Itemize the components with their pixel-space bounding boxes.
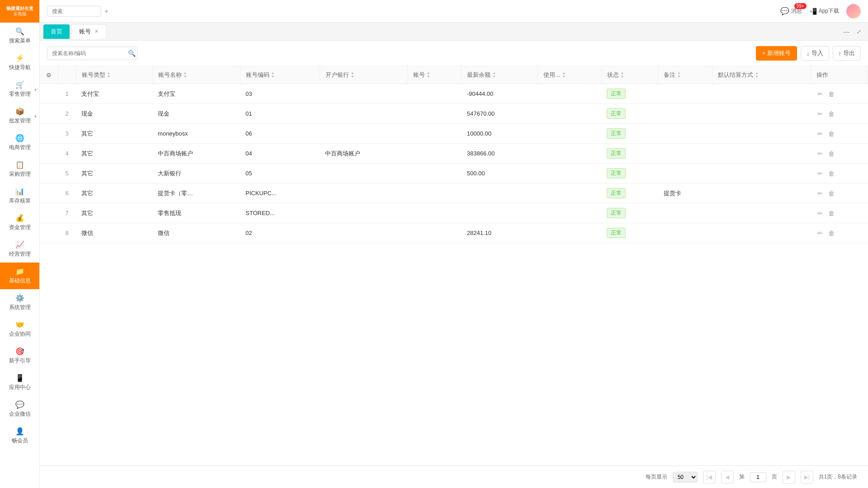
table-settings-column[interactable]: ⚙	[40, 66, 58, 84]
row-name-cell: 零售抵现	[152, 203, 240, 223]
page-number-input[interactable]	[750, 472, 766, 482]
message-button[interactable]: 💬 消息 99+	[780, 7, 802, 15]
table-settlement-column[interactable]: 默认结算方式 ▲▼	[712, 66, 811, 84]
edit-button[interactable]: ✏	[816, 149, 824, 158]
purchase-icon: 📋	[15, 160, 24, 169]
row-account-cell	[407, 144, 462, 164]
sidebar-item-agreement[interactable]: 🤝 企业协同	[0, 316, 39, 343]
export-button[interactable]: ↑ 导出	[833, 46, 861, 61]
row-balance-cell: 383866.00	[462, 144, 538, 164]
row-type-cell: 其它	[76, 144, 152, 164]
prev-page-button[interactable]: ◀	[721, 471, 734, 483]
tab-account[interactable]: 账号 ✕	[71, 24, 106, 39]
user-avatar[interactable]	[846, 4, 861, 19]
table-status-column[interactable]: 状态 ▲▼	[601, 66, 658, 84]
row-action-icons: ✏ 🗑	[816, 89, 863, 99]
table-remark-column[interactable]: 备注 ▲▼	[658, 66, 712, 84]
app-download-button[interactable]: 📲 App下载	[809, 7, 839, 15]
sidebar-item-app-center[interactable]: 📱 应用中心	[0, 369, 39, 396]
table-bank-column[interactable]: 开户银行 ▲▼	[320, 66, 407, 84]
account-search-input[interactable]	[47, 47, 124, 59]
window-maximize-button[interactable]: ⤢	[854, 26, 864, 37]
delete-button[interactable]: 🗑	[827, 129, 835, 138]
sidebar-item-basic[interactable]: 📁 基础信息	[0, 263, 39, 289]
row-name-cell: 中百商场账户	[152, 144, 240, 164]
total-label: 共1页，8条记录	[819, 473, 857, 481]
edit-button[interactable]: ✏	[816, 109, 824, 118]
row-balance-cell: -90444.00	[462, 84, 538, 104]
row-bank-cell	[320, 124, 407, 144]
delete-button[interactable]: 🗑	[827, 89, 835, 99]
table-balance-column[interactable]: 最新余额 ▲▼	[462, 66, 538, 84]
edit-button[interactable]: ✏	[816, 129, 824, 138]
delete-button[interactable]: 🗑	[827, 189, 835, 198]
sidebar-item-member[interactable]: 👤 畅会员	[0, 422, 39, 449]
sidebar-item-label: 畅会员	[12, 437, 28, 445]
status-sort-icon: ▲▼	[621, 71, 624, 79]
sidebar-item-ecommerce[interactable]: 🌐 电商管理	[0, 129, 39, 156]
sidebar-item-retail[interactable]: 🛒 零售管理 ▾	[0, 76, 39, 103]
first-page-button[interactable]: |◀	[703, 471, 716, 483]
delete-button[interactable]: 🗑	[827, 149, 835, 158]
page-size-select[interactable]: 50 100 200	[673, 472, 698, 483]
top-search-dropdown-icon[interactable]: ▾	[105, 8, 108, 15]
page-label: 第	[739, 473, 745, 481]
row-status-cell: 正常	[601, 164, 658, 183]
import-button[interactable]: ↓ 导入	[801, 46, 829, 61]
sidebar-item-system[interactable]: ⚙️ 系统管理	[0, 289, 39, 316]
gear-icon: ⚙	[46, 72, 52, 79]
edit-button[interactable]: ✏	[816, 89, 824, 99]
delete-button[interactable]: 🗑	[827, 209, 835, 218]
row-index-cell: 5	[58, 164, 76, 183]
add-account-button[interactable]: + 新增账号	[756, 46, 797, 61]
next-page-button[interactable]: ▶	[783, 471, 795, 483]
sidebar-item-inventory[interactable]: 📊 库存核算	[0, 183, 39, 209]
edit-button[interactable]: ✏	[816, 209, 824, 218]
agreement-icon: 🤝	[15, 320, 24, 329]
top-nav: ▾ 💬 消息 99+ 📲 App下载	[40, 0, 868, 23]
row-type-cell: 其它	[76, 124, 152, 144]
app-download-label: App下载	[819, 7, 839, 15]
delete-button[interactable]: 🗑	[827, 169, 835, 178]
table-row: 8 微信 微信 02 28241.10 正常 ✏ 🗑	[40, 223, 868, 243]
row-action-icons: ✏ 🗑	[816, 209, 863, 218]
tab-home[interactable]: 首页	[43, 24, 70, 39]
row-status-cell: 正常	[601, 144, 658, 164]
delete-button[interactable]: 🗑	[827, 229, 835, 238]
edit-button[interactable]: ✏	[816, 229, 824, 238]
action-buttons: + 新增账号 ↓ 导入 ↑ 导出	[756, 46, 861, 61]
account-search-button[interactable]: 🔍	[124, 47, 137, 60]
app-download-icon: 📲	[809, 8, 817, 15]
row-settings-cell	[40, 223, 58, 243]
delete-button[interactable]: 🗑	[827, 109, 835, 118]
last-page-button[interactable]: ▶|	[801, 471, 813, 483]
edit-button[interactable]: ✏	[816, 189, 824, 198]
row-code-cell: 06	[240, 124, 320, 144]
table-type-column[interactable]: 账号类型 ▲▼	[76, 66, 152, 84]
sidebar-item-purchase[interactable]: 📋 采购管理	[0, 156, 39, 183]
top-search-input[interactable]	[47, 6, 101, 17]
code-column-label: 账号编码	[246, 71, 269, 79]
row-type-cell: 支付宝	[76, 84, 152, 104]
tab-close-icon[interactable]: ✕	[94, 28, 99, 34]
basic-icon: 📁	[15, 267, 24, 276]
table-usage-column[interactable]: 使用... ▲▼	[538, 66, 601, 84]
row-code-cell: 01	[240, 104, 320, 124]
row-settings-cell	[40, 84, 58, 104]
sidebar-item-wechat[interactable]: 💬 企业微信	[0, 396, 39, 422]
table-code-column[interactable]: 账号编码 ▲▼	[240, 66, 320, 84]
sidebar-item-shortcut[interactable]: ⚡ 快捷导航	[0, 49, 39, 76]
edit-button[interactable]: ✏	[816, 169, 824, 178]
code-sort-icon: ▲▼	[271, 71, 275, 79]
sidebar-item-finance[interactable]: 💰 资金管理	[0, 209, 39, 236]
window-minimize-button[interactable]: —	[841, 26, 852, 37]
wechat-icon: 💬	[15, 400, 24, 409]
app-center-icon: 📱	[15, 374, 24, 382]
table-name-column[interactable]: 账号名称 ▲▼	[152, 66, 240, 84]
sidebar-item-wholesale[interactable]: 📦 批发管理 ▾	[0, 103, 39, 129]
row-settlement-cell	[712, 124, 811, 144]
sidebar-item-guide[interactable]: 🎯 新手引导	[0, 343, 39, 369]
sidebar-item-operations[interactable]: 📈 经营管理	[0, 236, 39, 263]
sidebar-item-search[interactable]: 🔍 搜索菜单	[0, 23, 39, 49]
table-account-column[interactable]: 账号 ▲▼	[407, 66, 462, 84]
